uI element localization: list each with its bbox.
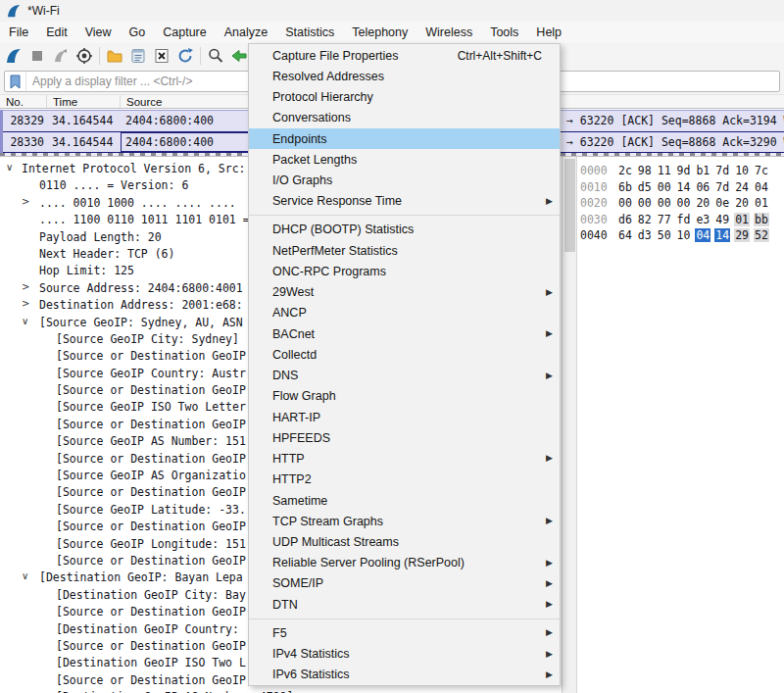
hex-byte[interactable]: 77: [657, 213, 672, 226]
menubar-item-telephony[interactable]: Telephony: [343, 22, 416, 43]
hex-byte[interactable]: 0e: [714, 196, 730, 210]
hex-row[interactable]: 00106bd50014067d2404: [577, 180, 784, 197]
menubar-item-go[interactable]: Go: [121, 22, 155, 43]
scrollbar-thumb[interactable]: [564, 159, 575, 252]
hex-byte[interactable]: 00: [637, 196, 653, 210]
menubar-item-edit[interactable]: Edit: [37, 22, 76, 43]
menubar-item-file[interactable]: File: [0, 22, 37, 43]
hex-byte[interactable]: 00: [657, 196, 672, 210]
capture-options-icon[interactable]: [73, 45, 96, 67]
hex-byte[interactable]: 10: [676, 228, 692, 242]
hex-byte[interactable]: 7c: [754, 164, 769, 177]
menu-item-ipv4-statistics[interactable]: IPv4 Statistics▶: [249, 644, 560, 665]
menu-item-http2[interactable]: HTTP2: [249, 470, 560, 490]
hex-byte[interactable]: 10: [734, 164, 750, 177]
hex-byte[interactable]: 01: [734, 213, 750, 226]
menu-item-hart-ip[interactable]: HART-IP: [249, 407, 560, 427]
hex-byte[interactable]: 82: [637, 213, 653, 226]
hex-byte[interactable]: d5: [637, 180, 653, 194]
menu-item-ancp[interactable]: ANCP: [249, 303, 560, 323]
menu-item-collectd[interactable]: Collectd: [249, 344, 560, 365]
menu-item-capture-file-properties[interactable]: Capture File PropertiesCtrl+Alt+Shift+C: [249, 45, 560, 66]
save-file-icon[interactable]: [126, 45, 150, 67]
menu-item-tcp-stream-graphs[interactable]: TCP Stream Graphs▶: [249, 511, 560, 531]
reload-icon[interactable]: [173, 45, 197, 67]
hex-byte[interactable]: 29: [734, 228, 750, 242]
expander-expanded-icon[interactable]: ∨: [6, 162, 13, 173]
hex-byte[interactable]: 06: [695, 180, 710, 194]
hex-byte[interactable]: 11: [657, 164, 672, 177]
menubar-item-tools[interactable]: Tools: [481, 22, 527, 43]
detail-scrollbar[interactable]: [563, 157, 577, 693]
hex-byte[interactable]: d3: [637, 228, 653, 242]
menu-item-netperfmeter-statistics[interactable]: NetPerfMeter Statistics: [249, 240, 560, 261]
hex-byte[interactable]: 9d: [676, 164, 692, 177]
hex-byte[interactable]: d6: [617, 213, 633, 226]
menu-item-ipv6-statistics[interactable]: IPv6 Statistics▶: [249, 665, 560, 685]
menu-item-http[interactable]: HTTP▶: [249, 448, 560, 469]
hex-byte[interactable]: 52: [754, 228, 769, 242]
column-header-time[interactable]: Time: [47, 95, 121, 108]
hex-byte[interactable]: 24: [734, 180, 750, 194]
find-packet-icon[interactable]: [204, 45, 227, 67]
menu-item-dtn[interactable]: DTN▶: [249, 594, 560, 615]
hex-row[interactable]: 00002c98119db17d107c: [577, 164, 784, 180]
hex-row[interactable]: 002000000000200e2001: [577, 196, 784, 213]
menu-item-dhcp-bootp-statistics[interactable]: DHCP (BOOTP) Statistics: [249, 220, 560, 240]
menu-item-onc-rpc-programs[interactable]: ONC-RPC Programs: [249, 261, 560, 281]
open-file-icon[interactable]: [103, 45, 126, 67]
menu-item-endpoints[interactable]: Endpoints: [249, 128, 560, 149]
menu-item-bacnet[interactable]: BACnet▶: [249, 323, 560, 344]
hex-byte[interactable]: 00: [617, 196, 633, 210]
menubar-item-statistics[interactable]: Statistics: [276, 22, 343, 43]
expander-expanded-icon[interactable]: ∨: [22, 570, 28, 581]
stop-capture-icon[interactable]: [25, 45, 49, 67]
hex-byte[interactable]: 64: [617, 228, 633, 242]
expander-collapsed-icon[interactable]: >: [22, 298, 29, 309]
menubar-item-view[interactable]: View: [76, 22, 121, 43]
menu-item-conversations[interactable]: Conversations: [249, 108, 560, 128]
hex-view-pane[interactable]: 00002c98119db17d107c00106bd50014067d2404…: [577, 157, 784, 693]
menubar-item-help[interactable]: Help: [527, 22, 570, 43]
hex-byte[interactable]: b1: [695, 164, 710, 177]
menu-item-packet-lengths[interactable]: Packet Lengths: [249, 149, 560, 170]
menubar-item-analyze[interactable]: Analyze: [216, 22, 276, 43]
hex-byte[interactable]: 14: [676, 180, 692, 194]
hex-byte[interactable]: 01: [754, 196, 769, 210]
hex-byte[interactable]: 00: [676, 196, 692, 210]
menu-item-29west[interactable]: 29West▶: [249, 282, 560, 303]
hex-byte[interactable]: 7d: [714, 180, 730, 194]
expander-expanded-icon[interactable]: ∨: [22, 316, 28, 326]
hex-byte[interactable]: 50: [657, 228, 672, 242]
menu-item-f5[interactable]: F5▶: [249, 622, 560, 643]
menu-item-resolved-addresses[interactable]: Resolved Addresses: [249, 66, 560, 86]
hex-byte[interactable]: 20: [695, 196, 710, 210]
hex-byte[interactable]: 98: [637, 164, 653, 177]
column-header-no[interactable]: No.: [0, 95, 47, 108]
hex-byte[interactable]: 04: [754, 180, 769, 194]
start-capture-icon[interactable]: [2, 45, 25, 67]
menu-item-reliable-server-pooling-rserpool-[interactable]: Reliable Server Pooling (RSerPool)▶: [249, 553, 560, 573]
detail-tree-row[interactable]: [Destination GeoIP AS Number: 4788]: [0, 689, 562, 693]
menu-item-service-response-time[interactable]: Service Response Time▶: [249, 191, 560, 212]
menu-item-sametime[interactable]: Sametime: [249, 490, 560, 511]
menu-item-protocol-hierarchy[interactable]: Protocol Hierarchy: [249, 86, 560, 107]
hex-byte[interactable]: bb: [754, 213, 769, 226]
hex-byte[interactable]: 14: [714, 228, 730, 242]
hex-row[interactable]: 0030d68277fde34901bb: [577, 213, 784, 229]
hex-byte[interactable]: 6b: [617, 180, 633, 194]
hex-byte[interactable]: 20: [734, 196, 750, 210]
hex-byte[interactable]: fd: [676, 213, 692, 226]
hex-byte[interactable]: 00: [657, 180, 672, 194]
menu-item-dns[interactable]: DNS▶: [249, 366, 560, 386]
hex-byte[interactable]: 04: [695, 228, 710, 242]
menubar-item-capture[interactable]: Capture: [154, 22, 215, 43]
restart-capture-icon[interactable]: [49, 45, 73, 67]
close-file-icon[interactable]: [150, 45, 173, 67]
expander-collapsed-icon[interactable]: >: [22, 196, 29, 207]
menu-item-flow-graph[interactable]: Flow Graph: [249, 386, 560, 407]
hex-byte[interactable]: 49: [714, 213, 730, 226]
hex-byte[interactable]: e3: [695, 213, 710, 226]
expander-collapsed-icon[interactable]: >: [22, 281, 29, 292]
bookmark-icon[interactable]: [5, 72, 26, 91]
